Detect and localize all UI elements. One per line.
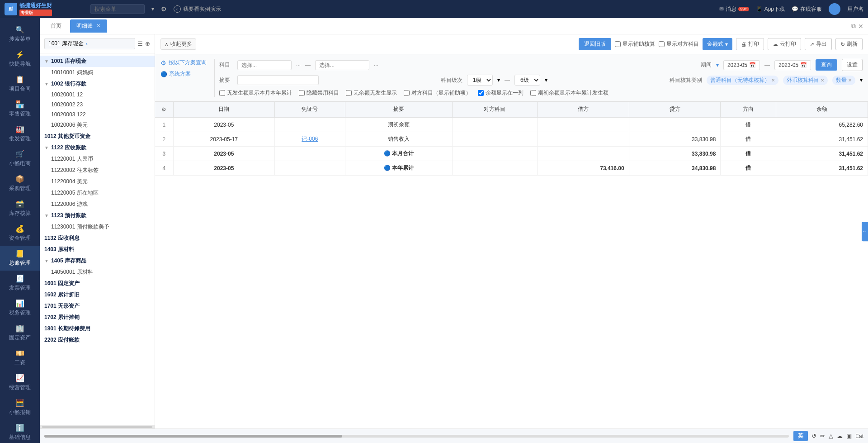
sidebar-item-inventory[interactable]: 🗃️ 库存核算	[0, 196, 40, 221]
opt-hide-disabled[interactable]: 隐藏禁用科目	[299, 89, 339, 97]
export-btn[interactable]: ↗ 导出	[805, 38, 832, 50]
sidebar-item-capital[interactable]: 💰 资金管理	[0, 221, 40, 246]
tree-item-1132[interactable]: 1132 应收利息	[40, 233, 155, 244]
tree-item-1012[interactable]: 1012 其他货币资金	[40, 131, 155, 142]
collapse-btn[interactable]: ∧ 收起更多	[160, 38, 196, 50]
show-contra-label[interactable]: 显示对方科目	[659, 40, 699, 48]
tag-close-quantity[interactable]: ✕	[848, 78, 852, 83]
user-avatar[interactable]	[829, 3, 840, 15]
opt-opening[interactable]: 期初余额显示本年累计发生额	[530, 89, 609, 97]
tree-item-2202[interactable]: 2202 应付账款	[40, 334, 155, 346]
topbar-search-input[interactable]	[90, 4, 145, 14]
sidebar-item-sales-report[interactable]: 🧮 小畅报销	[0, 395, 40, 420]
period-to-input[interactable]: 2023-05 📅	[774, 60, 811, 70]
filter-toggle-icon[interactable]: ⊕	[145, 40, 150, 47]
opt-contra-cb[interactable]	[404, 90, 410, 96]
tag-quantity[interactable]: 数量 ✕	[832, 76, 855, 85]
tree-item-11220006[interactable]: 11220006 游戏	[40, 199, 155, 210]
topbar-settings-icon[interactable]: ⚙	[161, 5, 167, 13]
bottom-icon-2[interactable]: ✏	[820, 433, 825, 439]
tree-item-10020001[interactable]: 10020001 12	[40, 90, 155, 100]
account-selector[interactable]: 1001 库存现金 ›	[44, 38, 135, 49]
subject-input-to[interactable]	[315, 60, 369, 70]
opt-balance-col-cb[interactable]	[478, 90, 484, 96]
opt-hide-disabled-cb[interactable]	[299, 90, 305, 96]
tab-restore-btn[interactable]: ⧉	[851, 22, 856, 30]
sidebar-item-search[interactable]: 🔍 搜索菜单	[0, 22, 40, 47]
app-download-btn[interactable]: 📱 App下载	[756, 5, 785, 13]
opt-contra[interactable]: 对方科目（显示辅助项）	[404, 89, 471, 97]
level-from-select[interactable]: 1级	[467, 75, 493, 86]
tree-item-11220001[interactable]: 11220001 人民币	[40, 153, 155, 165]
tree-item-1801[interactable]: 1801 长期待摊费用	[40, 323, 155, 334]
show-contra-checkbox[interactable]	[659, 41, 665, 47]
tree-item-1701[interactable]: 1701 无形资产	[40, 300, 155, 312]
tab-home[interactable]: 首页	[44, 19, 68, 33]
sidebar-item-salary[interactable]: 💴 工资	[0, 345, 40, 370]
sidebar-item-wholesale[interactable]: 🏭 批发管理	[0, 121, 40, 146]
tree-item-10020006[interactable]: 10020006 美元	[40, 119, 155, 131]
return-old-btn[interactable]: 退回旧版	[579, 38, 611, 50]
period-from-input[interactable]: 2023-05 📅	[723, 60, 760, 70]
refresh-btn[interactable]: ↻ 刷新	[835, 38, 863, 50]
bottom-icon-3[interactable]: △	[829, 433, 833, 439]
tree-item-11220002[interactable]: 11220002 往来标签	[40, 165, 155, 176]
tree-item-11230001[interactable]: 11230001 预付账款美予	[40, 221, 155, 233]
username-label[interactable]: 用户名	[847, 5, 863, 13]
opt-no-balance[interactable]: 无余额无发生显示	[346, 89, 397, 97]
tree-item-1601[interactable]: 1601 固定资产	[40, 278, 155, 289]
online-service-btn[interactable]: 💬 在线客服	[792, 5, 822, 13]
list-icon[interactable]: ☰	[137, 40, 143, 47]
topbar-dropdown-btn[interactable]: ▾	[151, 6, 154, 12]
bottom-icon-4[interactable]: ☁	[837, 433, 843, 439]
category-dropdown-icon[interactable]: ▾	[860, 77, 863, 83]
bottom-icon-5[interactable]: ▣	[846, 433, 852, 439]
opt-no-occurrence-cb[interactable]	[219, 90, 225, 96]
sidebar-item-ledger[interactable]: 📒 总账管理	[0, 246, 40, 271]
level-to-select[interactable]: 6级	[514, 75, 540, 86]
tree-item-11220004[interactable]: 11220004 美元	[40, 176, 155, 187]
opt-no-balance-cb[interactable]	[346, 90, 352, 96]
tree-item-1702[interactable]: 1702 累计摊销	[40, 312, 155, 323]
sidebar-item-operation[interactable]: 📈 经营管理	[0, 370, 40, 395]
tree-item-1002[interactable]: ▼ 1002 银行存款	[40, 78, 155, 90]
opt-no-occurrence[interactable]: 无发生额显示本月本年累计	[219, 89, 292, 97]
amount-format-btn[interactable]: 金额式 ▾	[703, 38, 732, 50]
sidebar-item-assets[interactable]: 🏢 固定资产	[0, 320, 40, 345]
sidebar-item-basic-info[interactable]: ℹ️ 基础信息	[0, 420, 40, 443]
tree-item-10020002[interactable]: 10020002 23	[40, 100, 155, 110]
tag-close-foreign[interactable]: ✕	[821, 78, 824, 83]
tab-close-all-btn[interactable]: ✕	[858, 22, 863, 30]
tree-item-10010001[interactable]: 10010001 妈妈妈	[40, 67, 155, 78]
summary-input[interactable]	[237, 75, 319, 85]
sidebar-item-ecommerce[interactable]: 🛒 小畅电商	[0, 146, 40, 171]
tag-normal[interactable]: 普通科目（无特殊核算） ✕	[707, 76, 778, 85]
right-panel-toggle[interactable]: ›	[862, 222, 868, 241]
tab-close-icon[interactable]: ✕	[96, 23, 101, 29]
system-scheme-item[interactable]: 🔵 系统方案	[160, 70, 210, 78]
cloud-print-btn[interactable]: ☁ 云打印	[768, 38, 801, 50]
message-btn[interactable]: ✉ 消息 99+	[719, 5, 749, 13]
sidebar-item-quick-nav[interactable]: ⚡ 快捷导航	[0, 47, 40, 71]
opt-opening-cb[interactable]	[530, 90, 536, 96]
sidebar-item-tax[interactable]: 📊 税务管理	[0, 295, 40, 320]
sidebar-item-project[interactable]: 📋 项目合同	[0, 71, 40, 96]
query-btn[interactable]: 查询	[816, 59, 837, 71]
print-btn[interactable]: 🖨 打印	[736, 38, 764, 50]
lang-switch-btn[interactable]: 英	[793, 431, 808, 441]
tree-item-1405[interactable]: ▼ 1405 库存商品	[40, 255, 155, 267]
subject-input-from[interactable]	[237, 60, 292, 70]
th-settings[interactable]: ⚙	[155, 102, 173, 117]
tree-item-11220005[interactable]: 11220005 所在地区	[40, 187, 155, 199]
tab-detail[interactable]: 明细账 ✕	[70, 19, 107, 33]
show-aux-checkbox[interactable]	[615, 41, 621, 47]
bottom-icon-1[interactable]: ↺	[811, 433, 816, 439]
period-dropdown-icon[interactable]: ▾	[716, 62, 719, 68]
sidebar-item-purchase[interactable]: 📦 采购管理	[0, 171, 40, 196]
tree-item-14050001[interactable]: 14050001 原材料	[40, 267, 155, 278]
tree-item-1602[interactable]: 1602 累计折旧	[40, 289, 155, 300]
tree-item-1001[interactable]: ▼ 1001 库存现金	[40, 56, 155, 67]
tag-close-normal[interactable]: ✕	[771, 78, 775, 83]
tree-item-10020003[interactable]: 10020003 122	[40, 110, 155, 119]
tag-foreign[interactable]: 外币核算科目 ✕	[783, 76, 828, 85]
